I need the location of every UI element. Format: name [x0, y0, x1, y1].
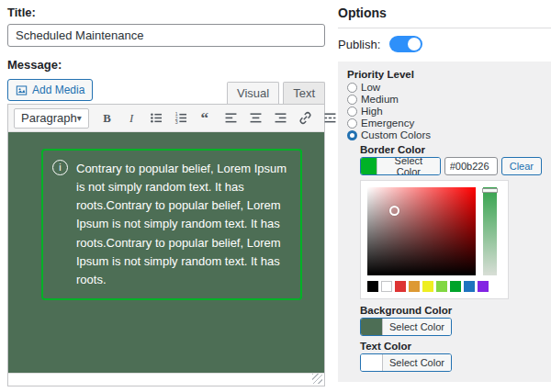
italic-icon[interactable]: I	[120, 108, 143, 129]
editor-statusbar	[8, 373, 324, 386]
hue-strip[interactable]	[483, 187, 497, 275]
numbered-list-icon[interactable]: 123	[170, 108, 193, 129]
message-box: i Contrary to popular belief, Lorem Ipsu…	[41, 149, 302, 300]
radio-label: High	[361, 106, 383, 117]
message-text: Contrary to popular belief, Lorem Ipsum …	[76, 160, 291, 289]
background-select-color-label: Select Color	[383, 319, 451, 335]
text-color-swatch	[361, 354, 383, 371]
clear-button[interactable]: Clear	[501, 157, 542, 175]
bulleted-list-icon[interactable]	[145, 108, 168, 129]
radio-label: Emergency	[361, 118, 414, 129]
radio-label: Low	[361, 82, 380, 93]
resize-grip-icon[interactable]	[312, 374, 322, 384]
svg-text:3: 3	[174, 119, 177, 125]
radio-icon[interactable]	[347, 95, 357, 105]
color-marker-icon[interactable]	[389, 206, 399, 216]
tab-text[interactable]: Text	[283, 82, 325, 104]
color-picker-main	[367, 187, 501, 275]
editor-toolbar: Paragraph ▾ BI123“	[8, 105, 324, 132]
options-column: Options Publish: Priority Level LowMediu…	[332, 0, 551, 392]
radio-option-medium[interactable]: Medium	[347, 94, 542, 105]
text-select-color-button[interactable]: Select Color	[360, 353, 452, 372]
page: Title: Message: Add Media Visual Text Pa…	[0, 0, 551, 392]
palette-swatch[interactable]	[409, 281, 420, 292]
background-select-color-button[interactable]: Select Color	[360, 318, 452, 336]
publish-toggle[interactable]	[389, 36, 422, 52]
link-icon[interactable]	[294, 108, 317, 129]
editor: Paragraph ▾ BI123“ i Contrary to popular…	[7, 104, 325, 386]
text-color-row: Select Color	[360, 353, 542, 372]
svg-text:B: B	[103, 112, 111, 125]
border-select-color-button[interactable]: Select Color	[360, 157, 441, 175]
palette-swatch[interactable]	[436, 281, 447, 292]
editor-top-bar: Add Media Visual Text	[7, 76, 325, 104]
radio-option-custom-colors[interactable]: Custom Colors	[347, 129, 542, 140]
background-color-row: Select Color	[360, 318, 542, 336]
add-media-button[interactable]: Add Media	[7, 79, 93, 101]
border-select-color-label: Select Color	[377, 158, 440, 174]
publish-row: Publish:	[338, 36, 551, 52]
options-heading: Options	[338, 4, 551, 28]
chevron-down-icon: ▾	[77, 113, 82, 123]
text-select-color-label: Select Color	[383, 354, 451, 371]
editor-content[interactable]: i Contrary to popular belief, Lorem Ipsu…	[8, 132, 324, 373]
title-label: Title:	[7, 6, 325, 19]
priority-options: LowMediumHighEmergencyCustom Colors	[347, 82, 542, 140]
editor-tabs: Visual Text	[223, 82, 325, 104]
palette-swatch[interactable]	[381, 281, 392, 292]
custom-colors-block: Border Color Select Color Clear	[360, 144, 542, 372]
align-left-icon[interactable]	[219, 108, 242, 129]
paragraph-dropdown-label: Paragraph	[21, 111, 77, 125]
info-icon: i	[52, 160, 68, 175]
background-color-swatch	[361, 319, 383, 335]
palette-swatch[interactable]	[422, 281, 433, 292]
priority-label: Priority Level	[347, 69, 542, 80]
color-picker	[360, 180, 509, 299]
message-label: Message:	[7, 58, 325, 72]
text-color-label: Text Color	[360, 341, 542, 352]
palette-swatch[interactable]	[478, 281, 489, 292]
radio-icon[interactable]	[347, 118, 357, 129]
radio-icon[interactable]	[347, 130, 357, 140]
palette-swatch[interactable]	[450, 281, 461, 292]
palette-swatch[interactable]	[367, 281, 378, 292]
title-input[interactable]	[7, 24, 325, 47]
publish-label: Publish:	[338, 38, 380, 51]
radio-option-high[interactable]: High	[347, 106, 542, 117]
paragraph-dropdown[interactable]: Paragraph ▾	[14, 108, 89, 129]
color-palette	[367, 281, 501, 292]
radio-option-low[interactable]: Low	[347, 82, 542, 93]
bold-icon[interactable]: B	[96, 108, 118, 129]
add-media-icon	[16, 84, 28, 96]
radio-icon[interactable]	[347, 83, 357, 93]
tab-visual[interactable]: Visual	[227, 82, 279, 104]
radio-label: Custom Colors	[361, 129, 431, 140]
options-panel: Priority Level LowMediumHighEmergencyCus…	[338, 62, 551, 382]
add-media-label: Add Media	[32, 84, 84, 96]
svg-text:I: I	[129, 112, 134, 125]
palette-swatch[interactable]	[464, 281, 475, 292]
left-column: Title: Message: Add Media Visual Text Pa…	[0, 0, 332, 392]
blockquote-icon[interactable]: “	[195, 108, 218, 129]
svg-text:“: “	[200, 110, 208, 126]
border-color-swatch	[361, 158, 377, 174]
radio-icon[interactable]	[347, 106, 357, 117]
align-right-icon[interactable]	[269, 108, 292, 129]
icon-heading: Icon	[338, 387, 551, 392]
hue-handle-icon[interactable]	[482, 188, 498, 193]
radio-label: Medium	[361, 94, 399, 105]
toggle-knob-icon	[408, 38, 421, 50]
border-color-row: Select Color Clear	[360, 157, 542, 175]
align-center-icon[interactable]	[244, 108, 267, 129]
background-color-label: Background Color	[360, 305, 542, 316]
radio-option-emergency[interactable]: Emergency	[347, 118, 542, 129]
border-color-label: Border Color	[360, 144, 542, 155]
palette-swatch[interactable]	[395, 281, 406, 292]
border-color-hex-input[interactable]	[444, 157, 498, 175]
saturation-square[interactable]	[367, 187, 476, 275]
